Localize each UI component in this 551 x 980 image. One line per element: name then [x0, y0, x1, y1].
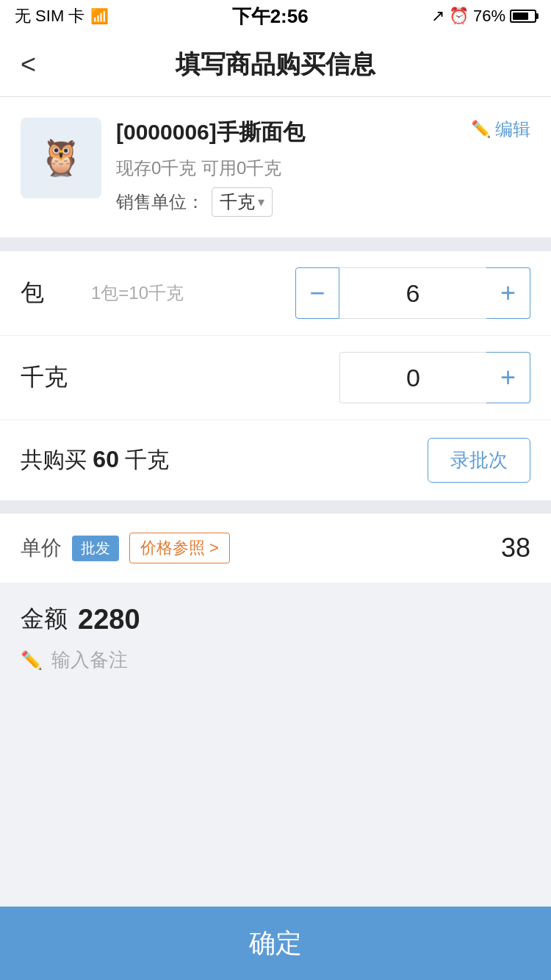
- bag-sublabel: 1包=10千克: [91, 281, 284, 305]
- product-thumbnail: 🦉: [21, 118, 101, 198]
- amount-section: 金额 2280 ✏️ 输入备注: [0, 583, 551, 680]
- product-name: [0000006]手撕面包: [116, 118, 530, 148]
- purchase-amount: 60: [93, 446, 119, 472]
- edit-label: 编辑: [495, 118, 530, 141]
- amount-row: 金额 2280: [21, 603, 530, 635]
- purchase-total-text: 共购买 60 千克: [21, 445, 169, 475]
- confirm-bar[interactable]: 确定: [0, 907, 551, 980]
- back-button[interactable]: <: [21, 49, 36, 80]
- purchase-total-row: 共购买 60 千克 录批次: [0, 420, 551, 500]
- price-reference-button[interactable]: 价格参照 >: [129, 533, 230, 563]
- status-time: 下午2:56: [232, 4, 309, 29]
- bag-input-controls: − +: [295, 267, 530, 319]
- kg-quantity-input[interactable]: [339, 352, 486, 403]
- record-batch-button[interactable]: 录批次: [428, 438, 530, 483]
- unit-chevron-icon: ▾: [258, 194, 264, 210]
- nav-bar: < 填写商品购买信息: [0, 32, 551, 97]
- unit-label: 销售单位：: [116, 190, 204, 214]
- unit-selector[interactable]: 千克 ▾: [212, 187, 273, 217]
- product-stock: 现存0千克 可用0千克: [116, 156, 530, 180]
- purchase-prefix: 共购买: [21, 447, 87, 472]
- product-thumb-icon: 🦉: [39, 137, 83, 179]
- section-divider-1: [0, 238, 551, 251]
- product-info: [0000006]手撕面包 现存0千克 可用0千克 销售单位： 千克 ▾: [116, 118, 530, 217]
- bag-decrement-button[interactable]: −: [295, 267, 339, 319]
- battery-percent: 76%: [473, 7, 505, 26]
- purchase-unit: 千克: [125, 447, 169, 472]
- price-row: 单价 批发 价格参照 > 38: [21, 533, 530, 563]
- remark-icon: ✏️: [21, 650, 43, 671]
- status-bar: 无 SIM 卡 📶 下午2:56 ↗ ⏰ 76%: [0, 0, 551, 32]
- kg-increment-button[interactable]: +: [486, 352, 530, 403]
- product-card: 🦉 [0000006]手撕面包 现存0千克 可用0千克 销售单位： 千克 ▾ ✏…: [0, 97, 551, 238]
- wifi-icon: 📶: [90, 7, 109, 25]
- kg-label: 千克: [21, 361, 79, 394]
- battery-fill: [513, 12, 528, 20]
- price-badge: 批发: [72, 536, 119, 561]
- product-unit-row: 销售单位： 千克 ▾: [116, 187, 530, 217]
- bag-quantity-input[interactable]: [339, 267, 486, 319]
- bag-label: 包: [21, 277, 79, 309]
- amount-value: 2280: [78, 604, 140, 635]
- page-title: 填写商品购买信息: [176, 48, 375, 82]
- location-icon: ↗: [431, 7, 444, 26]
- kg-input-row: 千克 +: [0, 336, 551, 420]
- price-section: 单价 批发 价格参照 > 38: [0, 500, 551, 583]
- bag-increment-button[interactable]: +: [486, 267, 530, 319]
- status-carrier: 无 SIM 卡 📶: [15, 5, 109, 27]
- edit-button[interactable]: ✏️ 编辑: [471, 118, 530, 141]
- alarm-icon: ⏰: [449, 7, 469, 26]
- price-label: 单价: [21, 534, 62, 562]
- bag-input-row: 包 1包=10千克 − +: [0, 251, 551, 336]
- price-value: 38: [501, 533, 530, 563]
- kg-input-controls: +: [339, 352, 530, 403]
- edit-icon: ✏️: [471, 120, 491, 139]
- battery-bar: [510, 10, 536, 23]
- price-ref-label: 价格参照 >: [140, 537, 219, 559]
- input-section: 包 1包=10千克 − + 千克 + 共购买 60 千克 录批次: [0, 251, 551, 500]
- unit-value: 千克: [220, 190, 255, 214]
- amount-label: 金额: [21, 603, 68, 635]
- content-spacer: [0, 680, 551, 886]
- remark-row[interactable]: ✏️ 输入备注: [21, 647, 530, 673]
- confirm-button[interactable]: 确定: [249, 926, 302, 962]
- carrier-text: 无 SIM 卡: [15, 5, 84, 27]
- status-right: ↗ ⏰ 76%: [431, 7, 536, 26]
- remark-placeholder: 输入备注: [51, 647, 128, 673]
